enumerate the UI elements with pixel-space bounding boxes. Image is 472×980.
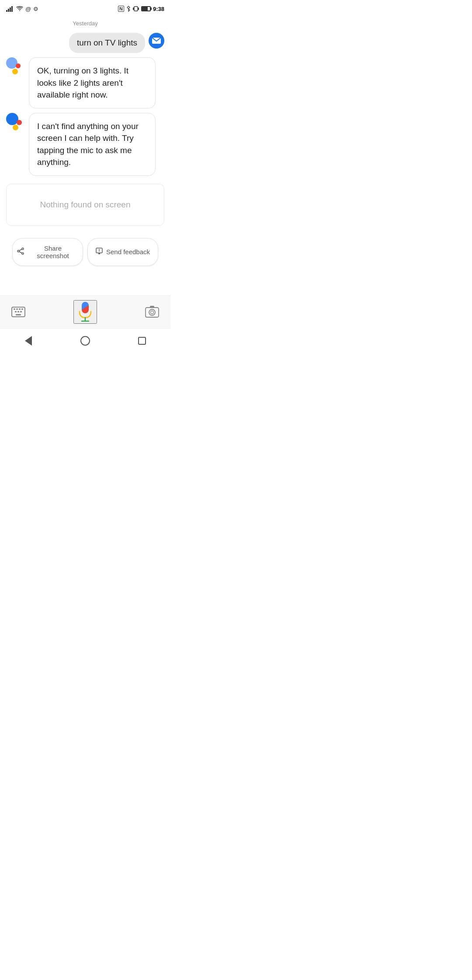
assistant-message-row-2: I can't find anything on your screen I c… (6, 113, 164, 176)
lens-button[interactable] (142, 302, 162, 322)
svg-line-12 (19, 252, 22, 253)
assistant-bubble-2: I can't find anything on your screen I c… (29, 113, 156, 176)
status-bar: @ ⚙ N 9:38 (0, 0, 170, 16)
home-button[interactable] (76, 331, 95, 350)
mic-button[interactable] (73, 300, 97, 324)
status-left-icons: @ ⚙ (6, 6, 38, 12)
svg-rect-14 (98, 253, 100, 254)
svg-rect-1 (8, 9, 9, 12)
user-message-row: turn on TV lights (6, 33, 164, 53)
lens-icon (145, 304, 160, 319)
svg-point-10 (22, 252, 24, 254)
assistant-icon-1 (6, 57, 25, 77)
back-icon (25, 336, 32, 346)
action-buttons-row: Share screenshot Send feedback (6, 234, 164, 271)
settings-icon: ⚙ (33, 6, 38, 12)
bluetooth-icon (126, 5, 131, 12)
status-right-icons: N 9:38 (118, 5, 164, 12)
svg-rect-23 (150, 306, 154, 308)
user-message-bubble: turn on TV lights (69, 33, 145, 53)
battery-icon (141, 6, 151, 11)
svg-point-21 (149, 309, 155, 315)
nothing-found-box: Nothing found on screen (6, 184, 164, 226)
recents-icon (138, 337, 146, 345)
keyboard-icon (11, 307, 25, 317)
svg-line-11 (19, 249, 22, 251)
svg-rect-4 (134, 7, 138, 11)
at-icon: @ (25, 6, 31, 12)
svg-rect-2 (10, 7, 11, 12)
spacer (0, 285, 170, 295)
envelope-icon (152, 38, 161, 44)
send-feedback-label: Send feedback (106, 248, 150, 256)
recents-button[interactable] (132, 331, 152, 350)
status-time: 9:38 (153, 6, 164, 12)
svg-point-22 (151, 311, 154, 314)
share-screenshot-label: Share screenshot (28, 245, 78, 259)
assistant-bubble-1: OK, turning on 3 lights. It looks like 2… (29, 57, 156, 108)
signal-icon (6, 6, 14, 12)
send-feedback-button[interactable]: Send feedback (87, 238, 158, 266)
share-screenshot-button[interactable]: Share screenshot (12, 238, 83, 266)
wifi-icon (16, 6, 23, 11)
mic-icon (77, 301, 93, 323)
home-icon (80, 336, 90, 346)
chat-area: Yesterday turn on TV lights OK, turning … (0, 16, 170, 285)
svg-rect-0 (6, 10, 7, 12)
svg-point-8 (22, 248, 24, 249)
nfc-icon: N (118, 6, 124, 12)
svg-rect-3 (11, 6, 13, 12)
back-button[interactable] (19, 331, 38, 350)
assistant-icon-2 (6, 113, 25, 132)
date-label: Yesterday (6, 20, 164, 27)
feedback-icon (96, 248, 103, 256)
bottom-bar (0, 295, 170, 328)
svg-rect-17 (82, 302, 89, 313)
share-icon (17, 248, 24, 256)
svg-point-9 (17, 250, 19, 252)
svg-rect-5 (133, 7, 134, 10)
keyboard-button[interactable] (9, 302, 28, 322)
svg-point-16 (99, 251, 100, 252)
nothing-found-text: Nothing found on screen (40, 200, 130, 209)
user-avatar (149, 33, 164, 49)
assistant-message-row-1: OK, turning on 3 lights. It looks like 2… (6, 57, 164, 108)
vibrate-icon (133, 6, 139, 12)
nav-bar (0, 328, 170, 354)
svg-rect-6 (138, 7, 139, 10)
